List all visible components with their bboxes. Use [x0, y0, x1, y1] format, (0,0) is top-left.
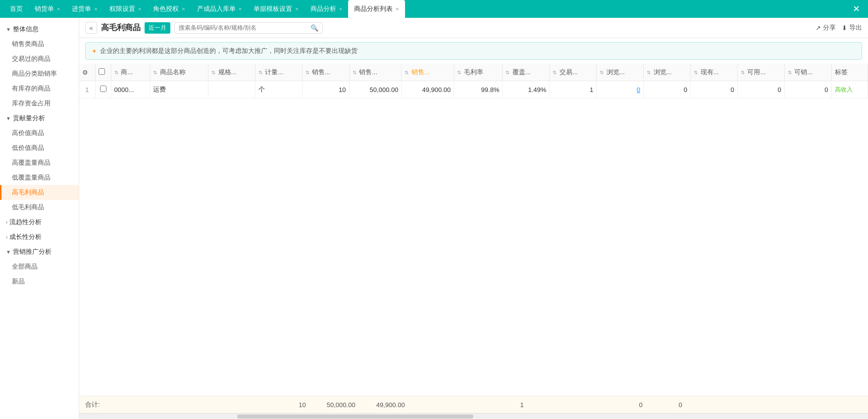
sidebar-item-stock-capital[interactable]: 库存资金占用	[0, 96, 79, 111]
nav-tab-role[interactable]: 角色授权 ×	[147, 0, 191, 18]
cell-checkbox[interactable]	[95, 81, 111, 98]
sidebar-item-all-goods[interactable]: 全部商品	[0, 259, 79, 274]
col-name[interactable]: ⇅ 商品名称	[150, 64, 208, 81]
col-saleable[interactable]: ⇅ 可销...	[784, 64, 831, 81]
sort-spec-icon: ⇅	[211, 70, 215, 75]
table-container[interactable]: ⚙ ⇅ 商... ⇅ 商品名称	[79, 64, 868, 396]
horizontal-scrollbar[interactable]	[79, 413, 868, 419]
sort-coverage-icon: ⇅	[506, 70, 510, 75]
sidebar-item-traded-goods[interactable]: 交易过的商品	[0, 51, 79, 66]
share-button[interactable]: ↗ 分享	[816, 23, 836, 32]
export-button[interactable]: ⬇ 导出	[842, 23, 862, 32]
cell-name: 运费	[150, 81, 208, 98]
sort-gross-margin-icon: ⇅	[457, 70, 461, 75]
sidebar-item-high-value[interactable]: 高价值商品	[0, 126, 79, 140]
sidebar-group-trend-label: 流趋性分析	[9, 218, 42, 227]
nav-tab-analysis-list[interactable]: 商品分析列表 ×	[348, 0, 405, 18]
cell-browse1[interactable]: 0	[597, 81, 644, 98]
sidebar-group-trend[interactable]: › 流趋性分析	[0, 215, 79, 230]
col-unit[interactable]: ⇅ 计量...	[255, 64, 302, 81]
nav-tab-role-label: 角色授权	[153, 4, 179, 13]
sidebar-item-high-coverage[interactable]: 高覆盖量商品	[0, 155, 79, 170]
footer-cells: 10 50,000.00 49,900.00 1 0 0	[106, 401, 862, 409]
sidebar-item-sales-goods[interactable]: 销售类商品	[0, 37, 79, 51]
table-row: 1 0000... 运费 个	[79, 81, 868, 98]
footer-total-label: 合计:	[85, 400, 100, 409]
footer-gross-spacer	[408, 401, 448, 409]
scrollbar-thumb[interactable]	[237, 415, 474, 419]
share-icon: ↗	[816, 24, 821, 32]
footer-browse-spacer	[527, 401, 566, 409]
info-text: 企业的主要的利润都是这部分商品创造的，可考虑加大推广，同时关注库存是不要出现缺货	[100, 47, 357, 55]
close-warehouse-icon[interactable]: ×	[239, 6, 242, 12]
sidebar-item-high-margin[interactable]: 高毛利商品	[0, 185, 79, 200]
col-gross-margin[interactable]: ⇅ 毛利率	[454, 64, 503, 81]
cell-coverage: 1.49%	[503, 81, 550, 98]
period-button[interactable]: 近一月	[145, 22, 170, 34]
col-available[interactable]: ⇅ 可用...	[737, 64, 784, 81]
col-tag[interactable]: 标签	[831, 64, 868, 81]
sidebar-group-contribution[interactable]: ▼ 贡献量分析	[0, 111, 79, 126]
col-settings[interactable]: ⚙	[79, 64, 95, 81]
cell-transaction: 1	[550, 81, 597, 98]
nav-tab-sales[interactable]: 销货单 ×	[29, 0, 66, 18]
sidebar-item-in-stock[interactable]: 有库存的商品	[0, 81, 79, 96]
col-code[interactable]: ⇅ 商...	[111, 64, 150, 81]
col-coverage[interactable]: ⇅ 覆盖...	[503, 64, 550, 81]
share-label: 分享	[823, 23, 836, 32]
nav-tab-home[interactable]: 首页	[4, 0, 29, 18]
sort-code-icon: ⇅	[114, 70, 118, 75]
sidebar-item-low-margin[interactable]: 低毛利商品	[0, 200, 79, 215]
cell-available: 0	[737, 81, 784, 98]
close-permission-icon[interactable]: ×	[138, 6, 141, 12]
search-icon[interactable]: 🔍	[310, 24, 318, 32]
cell-saleable: 0	[784, 81, 831, 98]
close-analysis-icon[interactable]: ×	[339, 6, 342, 12]
close-purchase-icon[interactable]: ×	[94, 6, 97, 12]
col-sales-amount[interactable]: ⇅ 销售...	[349, 64, 402, 81]
sort-sales-cost-icon: ⇅	[405, 70, 408, 75]
nav-tab-permission[interactable]: 权限设置 ×	[103, 0, 147, 18]
footer-spacer	[106, 401, 269, 409]
nav-tab-template[interactable]: 单据模板设置 ×	[248, 0, 304, 18]
sidebar: ▼ 整体信息 销售类商品 交易过的商品 商品分类助销率 有库存的商品 库存资金占…	[0, 18, 79, 419]
nav-tab-analysis[interactable]: 商品分析 ×	[305, 0, 348, 18]
nav-tab-sales-label: 销货单	[35, 4, 54, 13]
collapse-sidebar-button[interactable]: «	[85, 22, 97, 34]
sidebar-item-low-coverage[interactable]: 低覆盖量商品	[0, 170, 79, 185]
nav-tab-analysis-label: 商品分析	[310, 4, 336, 13]
nav-tab-purchase-label: 进货单	[72, 4, 91, 13]
col-browse1[interactable]: ⇅ 浏览...	[597, 64, 644, 81]
footer-sales-qty: 10	[269, 401, 309, 409]
close-template-icon[interactable]: ×	[295, 6, 298, 12]
col-transaction[interactable]: ⇅ 交易...	[550, 64, 597, 81]
sidebar-item-low-value[interactable]: 低价值商品	[0, 140, 79, 155]
row-checkbox[interactable]	[100, 86, 106, 92]
col-spec[interactable]: ⇅ 规格...	[208, 64, 255, 81]
col-sales-qty[interactable]: ⇅ 销售...	[302, 64, 349, 81]
export-icon: ⬇	[842, 24, 847, 32]
sidebar-item-new-goods[interactable]: 新品	[0, 274, 79, 289]
select-all-checkbox[interactable]	[99, 68, 105, 75]
sidebar-group-growth[interactable]: › 成长性分析	[0, 230, 79, 244]
arrow-marketing-icon: ▼	[6, 249, 11, 255]
settings-icon[interactable]: ⚙	[82, 69, 88, 76]
sidebar-item-category-rate[interactable]: 商品分类助销率	[0, 66, 79, 81]
window-close-button[interactable]: ✕	[849, 3, 864, 14]
col-browse2[interactable]: ⇅ 浏览...	[644, 64, 691, 81]
col-checkbox[interactable]	[95, 64, 111, 81]
nav-tab-warehouse[interactable]: 产成品入库单 ×	[191, 0, 248, 18]
sidebar-group-marketing[interactable]: ▼ 营销推广分析	[0, 244, 79, 259]
sort-browse2-icon: ⇅	[647, 70, 651, 75]
sidebar-group-contribution-label: 贡献量分析	[13, 114, 45, 123]
col-sales-cost[interactable]: ⇅ 销售...	[402, 64, 454, 81]
col-current[interactable]: ⇅ 现有...	[690, 64, 737, 81]
cell-browse2: 0	[644, 81, 691, 98]
nav-tab-purchase[interactable]: 进货单 ×	[66, 0, 103, 18]
search-box[interactable]: 🔍	[174, 22, 323, 34]
close-analysis-list-icon[interactable]: ×	[396, 6, 399, 12]
close-sales-icon[interactable]: ×	[57, 6, 60, 12]
search-input[interactable]	[179, 24, 308, 31]
close-role-icon[interactable]: ×	[182, 6, 185, 12]
sidebar-group-overall[interactable]: ▼ 整体信息	[0, 22, 79, 37]
